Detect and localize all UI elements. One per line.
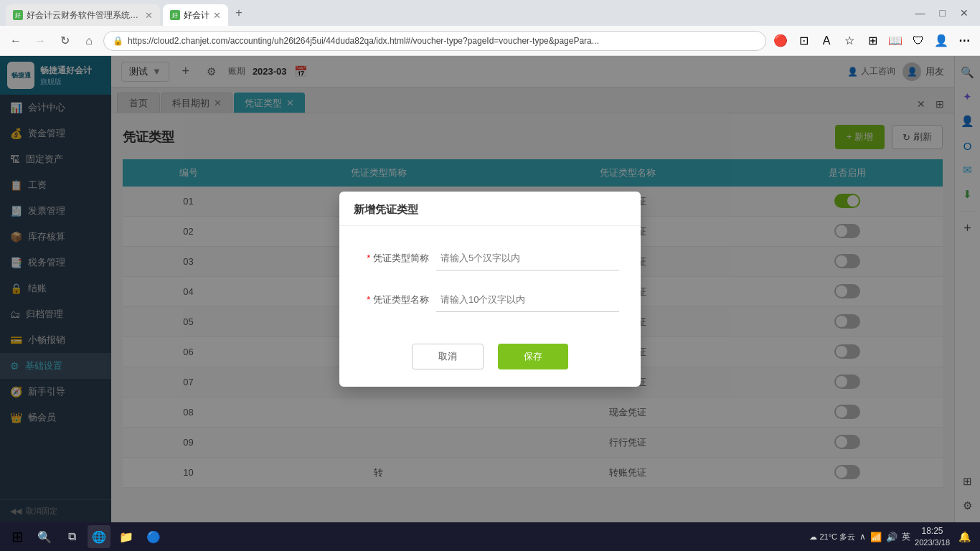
url-text: https://cloud2.chanjet.com/accounting/uh… [128,36,757,46]
taskbar-system-tray: ☁ 21°C 多云 ∧ 📶 🔊 英 18:25 2023/3/18 🔔 [809,525,974,548]
dialog: 新增凭证类型 * 凭证类型简称 * 凭证类型名称 取消 保存 [339,192,641,387]
taskbar-time: 18:25 [915,525,950,537]
cancel-button[interactable]: 取消 [412,344,484,369]
forward-button[interactable]: → [30,31,50,51]
url-bar[interactable]: 🔒 https://cloud2.chanjet.com/accounting/… [103,31,766,51]
ext-btn-4[interactable]: ☆ [839,31,859,51]
win-max-button[interactable]: □ [934,7,951,19]
taskbar-wifi-icon: 📶 [870,532,882,542]
extensions-area: 🔴 ⊡ A ☆ ⊞ 📖 🛡 👤 ⋯ [771,31,974,51]
tab1-favicon: 好 [13,10,23,20]
dialog-body: * 凭证类型简称 * 凭证类型名称 [339,226,641,336]
back-button[interactable]: ← [6,31,26,51]
win-min-button[interactable]: — [910,7,931,19]
dialog-overlay[interactable]: 新增凭证类型 * 凭证类型简称 * 凭证类型名称 取消 保存 [0,56,980,522]
taskbar: ⊞ 🔍 ⧉ 🌐 📁 🔵 ☁ 21°C 多云 ∧ 📶 🔊 英 18:25 2023… [0,522,980,551]
ext-btn-more[interactable]: ⋯ [954,31,974,51]
taskbar-chrome[interactable]: 🌐 [88,525,110,548]
tab1-label: 好会计云财务软件管理系统_会计 [27,9,141,22]
dialog-header: 新增凭证类型 [339,192,641,226]
tab2-close[interactable]: ✕ [213,10,221,21]
tab1-close[interactable]: ✕ [145,10,153,21]
taskbar-up-icon[interactable]: ∧ [859,532,866,542]
ext-btn-1[interactable]: 🔴 [771,31,791,51]
home-button[interactable]: ⌂ [79,31,99,51]
taskbar-date: 2023/3/18 [915,537,950,548]
tab2-label: 好会计 [184,9,209,22]
short-field-input[interactable] [436,246,619,270]
name-field-input[interactable] [436,288,619,312]
taskbar-notification[interactable]: 🔔 [954,527,974,547]
taskbar-edge[interactable]: 🔵 [142,525,165,548]
browser-chrome: 好 好会计云财务软件管理系统_会计 ✕ 好 好会计 ✕ + — □ ✕ [0,0,980,26]
new-tab-button[interactable]: + [231,6,247,20]
save-button[interactable]: 保存 [498,344,568,369]
tab2-favicon: 好 [170,10,180,20]
address-bar: ← → ↻ ⌂ 🔒 https://cloud2.chanjet.com/acc… [0,26,980,56]
ext-btn-2[interactable]: ⊡ [793,31,814,51]
form-row-short: * 凭证类型简称 [361,246,619,270]
short-field-label: * 凭证类型简称 [361,252,429,265]
ext-btn-5[interactable]: ⊞ [862,31,882,51]
ext-btn-6[interactable]: 📖 [885,31,905,51]
ext-btn-3[interactable]: A [816,31,837,51]
browser-tab-2[interactable]: 好 好会计 ✕ [163,4,228,26]
taskbar-volume-icon: 🔊 [886,532,897,542]
taskbar-file-explorer[interactable]: 📁 [115,525,138,548]
taskbar-search[interactable]: 🔍 [33,525,56,548]
start-button[interactable]: ⊞ [6,525,29,548]
win-close-button[interactable]: ✕ [954,7,974,19]
ssl-icon: 🔒 [113,36,123,46]
taskbar-task-view[interactable]: ⧉ [60,525,83,548]
reload-button[interactable]: ↻ [55,31,75,51]
browser-tab-1[interactable]: 好 好会计云财务软件管理系统_会计 ✕ [6,4,160,26]
dialog-title: 新增凭证类型 [354,203,418,215]
taskbar-clock[interactable]: 18:25 2023/3/18 [915,525,950,548]
name-field-label: * 凭证类型名称 [361,293,429,306]
dialog-footer: 取消 保存 [339,336,641,387]
ext-btn-8[interactable]: 👤 [931,31,951,51]
ext-btn-7[interactable]: 🛡 [908,31,928,51]
taskbar-lang: 英 [902,531,910,543]
form-row-name: * 凭证类型名称 [361,288,619,312]
taskbar-weather: ☁ 21°C 多云 [809,532,855,542]
